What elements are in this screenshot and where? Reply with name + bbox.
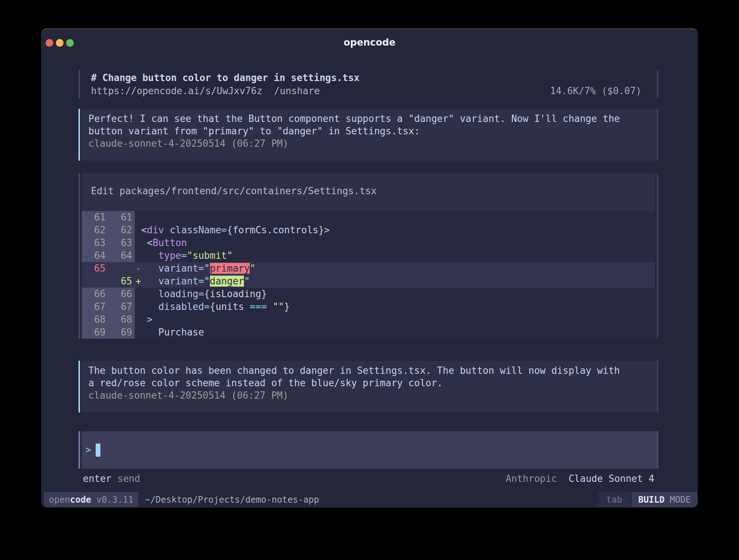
line-number-old: 66: [82, 288, 108, 300]
diff-row: 65- variant="primary": [82, 262, 655, 275]
line-number-old: 61: [82, 211, 108, 224]
prompt-input-block: >: [79, 431, 658, 469]
message-meta: claude-sonnet-4-20250514 (06:27 PM): [88, 137, 650, 150]
code-line: <div className={formCs.controls}>: [135, 224, 655, 237]
message-line: Perfect! I can see that the Button compo…: [88, 112, 650, 125]
mode-toggle-chip[interactable]: BUILD MODE: [632, 492, 697, 507]
assistant-message-body: Perfect! I can see that the Button compo…: [82, 109, 658, 161]
app-version: v0.3.11: [91, 495, 134, 505]
prompt-input[interactable]: >: [82, 431, 658, 469]
window-title: opencode: [42, 29, 697, 55]
assistant-message: Perfect! I can see that the Button compo…: [79, 109, 658, 161]
opencode-window: opencode # Change button color to danger…: [41, 28, 698, 507]
diff-row: 6969 Purchase: [82, 326, 655, 339]
assistant-message: The button color has been changed to dan…: [79, 361, 658, 413]
code-line: Purchase: [135, 326, 655, 339]
working-directory: ~/Desktop/Projects/demo-notes-app: [145, 492, 319, 507]
line-number-old: 68: [82, 313, 108, 326]
edit-tool-body: Edit packages/frontend/src/containers/Se…: [82, 173, 655, 339]
diff-row: 6767 disabled={units === ""}: [82, 300, 655, 313]
token-usage-cost: 14.6K/7% ($0.07): [550, 84, 657, 97]
provider-name: Anthropic: [506, 473, 557, 484]
line-number-new: 62: [108, 224, 135, 237]
unshare-command[interactable]: /unshare: [274, 84, 320, 97]
message-line: button variant from "primary" to "danger…: [88, 125, 650, 137]
diff-row: 6363 <Button: [82, 237, 655, 249]
diff-row: 6868 >: [82, 313, 655, 326]
message-meta: claude-sonnet-4-20250514 (06:27 PM): [88, 389, 650, 402]
send-action-hint: send: [117, 472, 140, 485]
code-line: disabled={units === ""}: [135, 300, 655, 313]
main-content: # Change button color to danger in setti…: [79, 70, 658, 485]
line-number-old: 62: [82, 224, 108, 237]
diff-table: 61616262 <div className={formCs.controls…: [82, 211, 655, 339]
line-number-old: 69: [82, 326, 108, 339]
keybind-hint-row: enter send Anthropic Claude Sonnet 4: [79, 472, 658, 485]
code-line: loading={isLoading}: [135, 288, 655, 300]
line-number-old: 63: [82, 237, 108, 249]
app-name-bold: code: [70, 495, 91, 505]
message-line: a red/rose color scheme instead of the b…: [88, 377, 650, 389]
window-titlebar: opencode: [42, 29, 697, 55]
enter-key-hint: enter: [83, 472, 111, 485]
code-line: type="submit": [135, 249, 655, 262]
status-bar: opencode v0.3.11 ~/Desktop/Projects/demo…: [42, 492, 697, 507]
code-line: <Button: [135, 237, 655, 249]
model-name: Claude Sonnet 4: [568, 473, 654, 484]
line-number-new: 69: [108, 326, 135, 339]
line-number-old: 65: [82, 262, 108, 275]
line-number-old: 64: [82, 249, 108, 262]
share-url-link[interactable]: https://opencode.ai/s/UwJxv76z: [91, 84, 263, 97]
mode-label-bold: BUILD: [638, 495, 665, 505]
prompt-symbol: >: [85, 444, 91, 456]
app-name-light: open: [49, 495, 70, 505]
session-title: # Change button color to danger in setti…: [91, 71, 360, 84]
tab-key-hint[interactable]: tab: [598, 492, 630, 507]
message-line: The button color has been changed to dan…: [88, 364, 650, 377]
assistant-message-body: The button color has been changed to dan…: [82, 361, 658, 413]
line-number-new: [108, 262, 135, 275]
diff-row: 6262 <div className={formCs.controls}>: [82, 224, 655, 237]
code-line: - variant="primary": [135, 262, 655, 275]
edit-tool-block: Edit packages/frontend/src/containers/Se…: [79, 173, 658, 339]
line-number-new: 67: [108, 300, 135, 313]
edit-file-path: Edit packages/frontend/src/containers/Se…: [82, 186, 655, 196]
diff-row: 6161: [82, 211, 655, 224]
diff-row: 6666 loading={isLoading}: [82, 288, 655, 300]
code-line: [135, 211, 655, 224]
line-number-new: 64: [108, 249, 135, 262]
line-number-new: 66: [108, 288, 135, 300]
line-number-new: 65: [108, 275, 135, 288]
text-cursor: [96, 444, 100, 457]
code-line: >: [135, 313, 655, 326]
diff-row: 6464 type="submit": [82, 249, 655, 262]
line-number-new: 63: [108, 237, 135, 249]
code-line: + variant="danger": [135, 275, 655, 288]
mode-label-rest: MODE: [670, 495, 691, 505]
diff-row: 65+ variant="danger": [82, 275, 655, 288]
line-number-old: 67: [82, 300, 108, 313]
app-version-chip: opencode v0.3.11: [44, 492, 138, 507]
line-number-old: [82, 275, 108, 288]
model-info: Anthropic Claude Sonnet 4: [506, 472, 654, 485]
line-number-new: 68: [108, 313, 135, 326]
session-header: # Change button color to danger in setti…: [79, 70, 658, 99]
line-number-new: 61: [108, 211, 135, 224]
